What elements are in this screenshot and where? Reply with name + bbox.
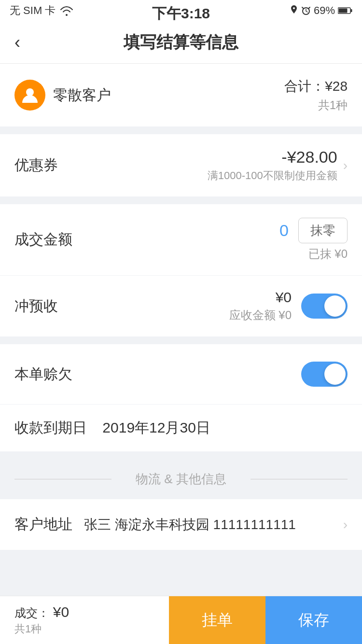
- page-title: 填写结算等信息: [124, 31, 238, 54]
- coupon-row[interactable]: 优惠券 -¥28.00 满1000-100不限制使用金额 ›: [0, 134, 362, 196]
- total-amount: 合计：¥28: [284, 77, 348, 96]
- bottom-deal-amount: ¥0: [53, 604, 69, 620]
- pre-receive-right: ¥0 应收金额 ¥0: [229, 289, 348, 323]
- pre-receive-label: 冲预收: [14, 296, 58, 316]
- bottom-count: 共1种: [14, 622, 154, 636]
- nav-bar: ‹ 填写结算等信息: [0, 21, 362, 64]
- bottom-bar: 成交： ¥0 共1种 挂单 保存: [0, 596, 362, 644]
- toggle-knob: [324, 295, 346, 317]
- arrears-section: 本单赊欠 收款到期日 2019年12月30日: [0, 344, 362, 451]
- deal-right: 0 抹零: [279, 218, 348, 243]
- customer-row: 零散客户 合计：¥28 共1种: [0, 64, 362, 126]
- due-date-value: 2019年12月30日: [102, 420, 210, 435]
- pre-receive-toggle[interactable]: [301, 294, 348, 319]
- pre-receive-amount-wrap: ¥0 应收金额 ¥0: [229, 289, 292, 323]
- address-section[interactable]: 客户地址 张三 海淀永丰科技园 11111111111 ›: [0, 499, 362, 550]
- deal-amount-area: 成交金额 0 抹零 已抹 ¥0: [0, 204, 362, 275]
- address-chevron-icon: ›: [343, 517, 348, 532]
- bottom-deal-label: 成交：: [14, 606, 49, 619]
- alarm-icon: [301, 5, 311, 16]
- due-date-row: 收款到期日 2019年12月30日: [0, 404, 362, 451]
- status-left: 无 SIM 卡: [10, 3, 74, 18]
- back-button[interactable]: ‹: [14, 32, 20, 53]
- coupon-section[interactable]: 优惠券 -¥28.00 满1000-100不限制使用金额 ›: [0, 134, 362, 196]
- battery-percent: 69%: [314, 4, 335, 17]
- battery-icon: [338, 7, 352, 14]
- arrears-row: 本单赊欠: [0, 344, 362, 404]
- carrier-text: 无 SIM 卡: [10, 3, 56, 18]
- svg-rect-3: [339, 9, 348, 13]
- logistics-line-right: [251, 479, 348, 479]
- customer-section: 零散客户 合计：¥28 共1种: [0, 64, 362, 126]
- deal-row: 成交金额 0 抹零 已抹 ¥0: [14, 204, 348, 275]
- customer-right: 合计：¥28 共1种: [284, 77, 348, 113]
- location-icon: [290, 5, 298, 16]
- address-label: 客户地址: [14, 515, 72, 534]
- pre-receive-row: 冲预收 ¥0 应收金额 ¥0: [0, 275, 362, 336]
- deal-section: 成交金额 0 抹零 已抹 ¥0 冲预收 ¥0 应收金额 ¥0: [0, 204, 362, 336]
- coupon-label: 优惠券: [14, 155, 58, 175]
- avatar: [14, 80, 45, 111]
- logistics-title: 物流 & 其他信息: [136, 471, 226, 488]
- status-right: 69%: [290, 4, 352, 17]
- pending-button[interactable]: 挂单: [169, 596, 265, 644]
- status-time: 下午3:18: [152, 4, 210, 24]
- chevron-right-icon: ›: [343, 158, 348, 173]
- user-icon: [20, 85, 40, 105]
- total-count: 共1种: [284, 98, 348, 113]
- svg-point-4: [26, 88, 34, 96]
- logistics-line-left: [14, 479, 111, 479]
- coupon-description: 满1000-100不限制使用金额: [208, 168, 337, 183]
- status-bar: 无 SIM 卡 下午3:18 69%: [0, 0, 362, 21]
- pre-receive-amount: ¥0: [229, 289, 292, 306]
- deal-already-rounded: 已抹 ¥0: [308, 246, 348, 262]
- wifi-icon: [59, 5, 74, 16]
- arrears-toggle[interactable]: [301, 362, 348, 387]
- coupon-right-wrap: -¥28.00 满1000-100不限制使用金额: [208, 148, 337, 183]
- deal-value: 0: [279, 221, 289, 240]
- arrears-label: 本单赊欠: [14, 364, 72, 384]
- address-value: 张三 海淀永丰科技园 11111111111: [84, 516, 341, 534]
- logistics-header: 物流 & 其他信息: [0, 459, 362, 499]
- bottom-deal-row: 成交： ¥0: [14, 604, 154, 621]
- coupon-discount: -¥28.00: [208, 148, 337, 167]
- svg-rect-2: [351, 9, 352, 12]
- customer-left: 零散客户: [14, 80, 111, 111]
- round-zero-button[interactable]: 抹零: [298, 218, 348, 243]
- address-row[interactable]: 客户地址 张三 海淀永丰科技园 11111111111 ›: [0, 499, 362, 550]
- customer-name: 零散客户: [53, 85, 111, 105]
- pre-receive-receivable: 应收金额 ¥0: [229, 308, 292, 323]
- arrears-toggle-knob: [324, 364, 346, 385]
- deal-amount-label: 成交金额: [14, 230, 72, 250]
- due-date-label: 收款到期日: [14, 420, 87, 435]
- bottom-left: 成交： ¥0 共1种: [0, 604, 169, 636]
- save-button[interactable]: 保存: [265, 596, 362, 644]
